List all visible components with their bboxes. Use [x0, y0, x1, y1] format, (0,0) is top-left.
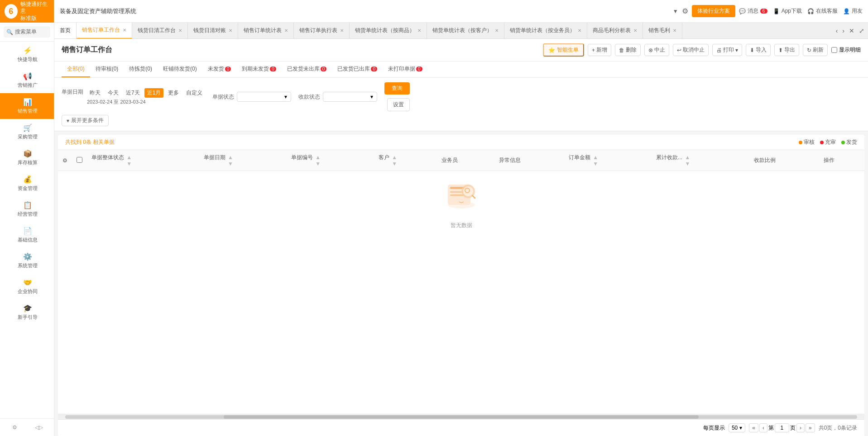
- sidebar-item-quick-nav[interactable]: ⚡ 快捷导航: [0, 42, 54, 67]
- cancel-stop-button[interactable]: ↩ 取消中止: [673, 44, 709, 56]
- print-button[interactable]: 🖨 打印 ▾: [712, 44, 742, 56]
- sidebar-item-sales[interactable]: 📊 销售管理: [0, 93, 54, 119]
- col-staff[interactable]: 业务员: [437, 150, 494, 171]
- tab-close-reconciliation[interactable]: ✕: [229, 28, 232, 33]
- table-wrapper[interactable]: ⚙ 单据整体状态 ▲▼ 单据日期 ▲▼: [58, 150, 864, 414]
- next-page-button[interactable]: ›: [796, 423, 805, 432]
- col-status[interactable]: 单据整体状态 ▲▼: [87, 150, 199, 171]
- tabs-next-button[interactable]: ›: [840, 26, 846, 35]
- filter-tab-all[interactable]: 全部(0): [62, 62, 90, 77]
- user-button[interactable]: 👤 用友: [843, 7, 863, 15]
- tab-sales-margin[interactable]: 销售毛利 ✕: [643, 23, 682, 39]
- topbar-expand-icon[interactable]: ▼: [673, 8, 678, 14]
- smart-create-button[interactable]: ⭐ 智能生单: [543, 43, 584, 57]
- tab-sales-customer[interactable]: 销货单统计表（按客户） ✕: [427, 23, 504, 39]
- tab-cash-daily-workbench[interactable]: 钱货日清工作台 ✕: [132, 23, 188, 39]
- search-menu-button[interactable]: 🔍 搜索菜单: [4, 26, 50, 38]
- ship-action[interactable]: 发货: [841, 138, 857, 146]
- status-select[interactable]: ▾: [237, 92, 291, 102]
- filter-tab-overdue-not-shipped[interactable]: 到期未发货0: [236, 62, 282, 77]
- tab-close-cash-daily[interactable]: ✕: [178, 28, 182, 33]
- sidebar-item-inventory[interactable]: 📦 库存核算: [0, 145, 54, 171]
- sidebar-item-marketing[interactable]: 📢 营销推广: [0, 67, 54, 93]
- date-option-7days[interactable]: 近7天: [123, 88, 143, 98]
- col-amount[interactable]: 订单金额 ▲▼: [564, 150, 652, 171]
- tab-close-sales-margin[interactable]: ✕: [673, 28, 676, 33]
- filter-tab-pending-review[interactable]: 待审核(0): [90, 62, 124, 77]
- tab-close-customer[interactable]: ✕: [495, 28, 499, 33]
- sidebar-item-operations[interactable]: 📋 经营管理: [0, 196, 54, 222]
- scrollbar-inner[interactable]: [224, 415, 699, 419]
- tab-close-staff[interactable]: ✕: [578, 28, 581, 33]
- settings-bottom-button[interactable]: ⚙: [4, 422, 26, 432]
- stop-button[interactable]: ⊗ 中止: [644, 44, 669, 56]
- col-checkbox[interactable]: [72, 150, 87, 171]
- tab-close-margin[interactable]: ✕: [633, 28, 637, 33]
- date-option-1month[interactable]: 近1月: [144, 88, 164, 98]
- sidebar-item-guide[interactable]: 🎓 新手引导: [0, 299, 54, 325]
- tab-close-order-stats[interactable]: ✕: [284, 28, 288, 33]
- select-all-checkbox[interactable]: [77, 157, 82, 163]
- tab-home[interactable]: 首页: [54, 23, 77, 39]
- topbar-settings-icon[interactable]: ⚙: [682, 7, 688, 15]
- tab-close-sales-order[interactable]: ✕: [123, 28, 126, 33]
- date-option-today[interactable]: 今天: [105, 88, 121, 98]
- first-page-button[interactable]: «: [749, 423, 758, 432]
- app-download-button[interactable]: 📱 App下载: [773, 7, 802, 15]
- tab-margin-analysis[interactable]: 商品毛利分析表 ✕: [587, 23, 643, 39]
- review-action[interactable]: 审核: [799, 138, 815, 146]
- show-detail-checkbox-label[interactable]: 显示明细: [831, 46, 861, 54]
- tabs-prev-button[interactable]: ‹: [834, 26, 840, 35]
- page-size-select[interactable]: 50 ▾: [729, 423, 745, 432]
- tab-close-order-exec[interactable]: ✕: [340, 28, 344, 33]
- filter-tab-shipped-not-out[interactable]: 已发货未出库0: [282, 62, 332, 77]
- page-input[interactable]: [775, 423, 789, 432]
- set-button[interactable]: 设置: [387, 98, 410, 111]
- date-option-yesterday[interactable]: 昨天: [87, 88, 103, 98]
- import-button[interactable]: ⬇ 导入: [746, 44, 771, 56]
- sidebar-item-basic-info[interactable]: 📄 基础信息: [0, 222, 54, 248]
- receipt-select[interactable]: ▾: [323, 92, 377, 102]
- sidebar-item-enterprise[interactable]: 🤝 企业协同: [0, 274, 54, 299]
- col-customer[interactable]: 客户 ▲▼: [374, 150, 437, 171]
- message-button[interactable]: 💬 消息 6: [739, 7, 767, 15]
- col-number[interactable]: 单据编号 ▲▼: [287, 150, 374, 171]
- sidebar-item-system[interactable]: ⚙️ 系统管理: [0, 248, 54, 274]
- filter-tab-wangpu-pending[interactable]: 旺铺待发货(0): [158, 62, 202, 77]
- filter-tab-pending-pick[interactable]: 待拣货(0): [124, 62, 158, 77]
- reverse-review-action[interactable]: 充审: [820, 138, 836, 146]
- scrollbar-thumb[interactable]: [65, 415, 857, 419]
- sidebar-item-finance[interactable]: 💰 资金管理: [0, 171, 54, 196]
- tab-sales-order-stats[interactable]: 销售订单统计表 ✕: [238, 23, 294, 39]
- tabs-close-all-button[interactable]: ✕: [847, 26, 856, 35]
- last-page-button[interactable]: »: [806, 423, 815, 432]
- tab-cash-reconciliation[interactable]: 钱货日清对账 ✕: [188, 23, 238, 39]
- horizontal-scrollbar[interactable]: [58, 414, 864, 419]
- col-settings[interactable]: ⚙: [58, 150, 72, 171]
- filter-tab-not-shipped[interactable]: 未发货0: [202, 62, 237, 77]
- prev-page-button[interactable]: ‹: [759, 423, 767, 432]
- tab-sales-staff[interactable]: 销货单统计表（按业务员） ✕: [504, 23, 587, 39]
- show-detail-checkbox[interactable]: [831, 47, 837, 53]
- query-button[interactable]: 查询: [384, 82, 410, 95]
- col-cumulative[interactable]: 累计收款... ▲▼: [652, 150, 749, 171]
- col-date[interactable]: 单据日期 ▲▼: [199, 150, 287, 171]
- tab-close-product[interactable]: ✕: [417, 28, 421, 33]
- filter-tab-not-printed[interactable]: 未打印单据0: [383, 62, 428, 77]
- date-option-more[interactable]: 更多: [165, 88, 182, 98]
- expand-conditions-button[interactable]: ▾ 展开更多条件: [62, 115, 109, 126]
- add-button[interactable]: + 新增: [588, 44, 611, 56]
- tab-sales-product[interactable]: 销货单统计表（按商品） ✕: [350, 23, 427, 39]
- date-option-custom[interactable]: 自定义: [183, 88, 205, 98]
- tab-sales-order-workbench[interactable]: 销售订单工作台 ✕: [77, 23, 132, 39]
- collapse-button[interactable]: ◁▷: [28, 422, 51, 432]
- solution-button[interactable]: 体验行业方案: [692, 5, 735, 17]
- sidebar-item-purchase[interactable]: 🛒 采购管理: [0, 119, 54, 145]
- filter-tab-shipped-out[interactable]: 已发货已出库0: [332, 62, 383, 77]
- online-service-button[interactable]: 🎧 在线客服: [807, 7, 838, 15]
- tab-sales-order-exec[interactable]: 销售订单执行表 ✕: [294, 23, 350, 39]
- export-button[interactable]: ⬆ 导出: [774, 44, 799, 56]
- delete-button[interactable]: 🗑 删除: [615, 44, 641, 56]
- refresh-button[interactable]: ↻ 刷新: [803, 44, 828, 56]
- tabs-expand-button[interactable]: ⤢: [857, 26, 866, 35]
